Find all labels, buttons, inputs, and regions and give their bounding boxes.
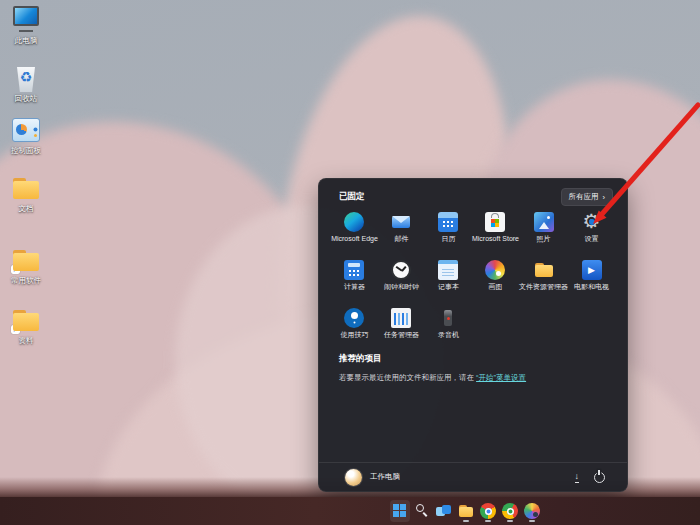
app-label: Microsoft Edge bbox=[331, 235, 378, 242]
taskbar-button-chrome[interactable] bbox=[478, 500, 498, 522]
photos-icon bbox=[534, 212, 554, 232]
desktop-icon-label: 控制面板 bbox=[0, 147, 52, 156]
edge-icon bbox=[344, 212, 364, 232]
desktop-icon-control-panel[interactable]: 控制面板 bbox=[0, 114, 52, 156]
all-apps-label: 所有应用 bbox=[569, 192, 599, 202]
app-tile-calendar[interactable]: 日历 bbox=[425, 210, 472, 258]
calc-icon bbox=[344, 260, 364, 280]
download-icon[interactable]: ↓ bbox=[575, 472, 580, 483]
desktop-icon-label: 文档 bbox=[0, 205, 52, 214]
pinned-header: 已固定 bbox=[339, 191, 365, 203]
taskbar-button-palette[interactable] bbox=[522, 500, 542, 522]
app-label: 记事本 bbox=[438, 283, 459, 290]
start-menu-settings-link[interactable]: “开始”菜单设置 bbox=[476, 373, 526, 382]
desktop-icon-label: 回收站 bbox=[0, 95, 52, 104]
start-menu-footer: 工作电脑 ↓ bbox=[319, 462, 627, 491]
app-tile-clock[interactable]: 闹钟和时钟 bbox=[378, 258, 425, 306]
app-tile-folder[interactable]: 文件资源管理器 bbox=[519, 258, 568, 306]
app-tile-calc[interactable]: 计算器 bbox=[331, 258, 378, 306]
notepad-icon bbox=[438, 260, 458, 280]
desktop-icon-folder[interactable]: ↗常用软件 bbox=[0, 244, 52, 286]
taskbar-button-folder[interactable] bbox=[456, 500, 476, 522]
app-label: 设置 bbox=[585, 235, 599, 242]
start-menu: 已固定 所有应用 › Microsoft Edge邮件日历Microsoft S… bbox=[318, 178, 628, 492]
desktop-icon-this-pc[interactable]: 此电脑 bbox=[0, 4, 52, 46]
folder-icon bbox=[534, 260, 554, 280]
store-icon bbox=[485, 212, 505, 232]
pinned-app-grid: Microsoft Edge邮件日历Microsoft Store照片设置计算器… bbox=[331, 210, 615, 354]
app-label: 文件资源管理器 bbox=[519, 283, 568, 290]
app-label: 录音机 bbox=[438, 331, 459, 338]
desktop-icon-folder[interactable]: 文档 bbox=[0, 172, 52, 214]
movies-icon bbox=[582, 260, 602, 280]
user-name[interactable]: 工作电脑 bbox=[370, 472, 400, 482]
tips-icon bbox=[344, 308, 364, 328]
taskbar-button-taskview[interactable] bbox=[434, 500, 454, 522]
mail-icon bbox=[391, 212, 411, 232]
shortcut-arrow-icon: ↗ bbox=[11, 265, 20, 274]
start-icon bbox=[392, 503, 408, 519]
app-label: 邮件 bbox=[394, 235, 408, 242]
search-icon bbox=[414, 503, 430, 519]
app-label: 照片 bbox=[537, 235, 551, 242]
shortcut-arrow-icon: ↗ bbox=[11, 325, 20, 334]
folder-icon bbox=[458, 503, 474, 519]
app-tile-photos[interactable]: 照片 bbox=[519, 210, 568, 258]
user-avatar[interactable] bbox=[345, 469, 362, 486]
app-tile-settings[interactable]: 设置 bbox=[568, 210, 615, 258]
all-apps-button[interactable]: 所有应用 › bbox=[561, 188, 614, 206]
taskbar-button-chrome2[interactable] bbox=[500, 500, 520, 522]
app-label: 任务管理器 bbox=[384, 331, 419, 338]
desktop-icon-recycle-bin[interactable]: 回收站 bbox=[0, 62, 52, 104]
power-icon[interactable] bbox=[594, 472, 605, 483]
taskbar-button-start[interactable] bbox=[390, 500, 410, 522]
app-label: 日历 bbox=[441, 235, 455, 242]
running-indicator bbox=[529, 520, 535, 522]
recycle-bin-icon bbox=[10, 62, 42, 94]
footer-actions: ↓ bbox=[575, 472, 606, 483]
recommended-text-static: 若要显示最近使用的文件和新应用，请在 bbox=[339, 373, 476, 382]
settings-icon bbox=[582, 212, 602, 232]
app-tile-edge[interactable]: Microsoft Edge bbox=[331, 210, 378, 258]
app-tile-notepad[interactable]: 记事本 bbox=[425, 258, 472, 306]
running-indicator bbox=[463, 520, 469, 522]
app-tile-movies[interactable]: 电影和电视 bbox=[568, 258, 615, 306]
chrome-icon bbox=[480, 503, 496, 519]
desktop-icon-label: 资料 bbox=[0, 337, 52, 346]
running-indicator bbox=[485, 520, 491, 522]
app-label: 画图 bbox=[488, 283, 502, 290]
taskbar-button-search[interactable] bbox=[412, 500, 432, 522]
calendar-icon bbox=[438, 212, 458, 232]
this-pc-icon bbox=[10, 4, 42, 36]
taskbar bbox=[0, 497, 700, 525]
app-label: 闹钟和时钟 bbox=[384, 283, 419, 290]
recommended-text: 若要显示最近使用的文件和新应用，请在 “开始”菜单设置 bbox=[339, 373, 617, 383]
app-label: 电影和电视 bbox=[574, 283, 609, 290]
app-tile-mail[interactable]: 邮件 bbox=[378, 210, 425, 258]
app-label: 使用技巧 bbox=[340, 331, 368, 338]
taskbar-icon-list bbox=[390, 497, 542, 525]
desktop-icon-folder[interactable]: ↗资料 bbox=[0, 304, 52, 346]
recommended-header: 推荐的项目 bbox=[339, 353, 382, 365]
app-tile-store[interactable]: Microsoft Store bbox=[472, 210, 519, 258]
app-tile-tips[interactable]: 使用技巧 bbox=[331, 306, 378, 354]
clock-icon bbox=[391, 260, 411, 280]
app-tile-recorder[interactable]: 录音机 bbox=[425, 306, 472, 354]
taskmgr-icon bbox=[391, 308, 411, 328]
palette-icon bbox=[524, 503, 540, 519]
app-label: 计算器 bbox=[344, 283, 365, 290]
taskview-icon bbox=[436, 503, 452, 519]
app-tile-taskmgr[interactable]: 任务管理器 bbox=[378, 306, 425, 354]
folder-icon: ↗ bbox=[10, 244, 42, 276]
desktop-icon-label: 常用软件 bbox=[0, 277, 52, 286]
app-tile-paint[interactable]: 画图 bbox=[472, 258, 519, 306]
running-indicator bbox=[507, 520, 513, 522]
chevron-right-icon: › bbox=[603, 193, 606, 202]
folder-icon: ↗ bbox=[10, 304, 42, 336]
control-panel-icon bbox=[10, 114, 42, 146]
chrome2-icon bbox=[502, 503, 518, 519]
desktop-icon-label: 此电脑 bbox=[0, 37, 52, 46]
app-label: Microsoft Store bbox=[472, 235, 519, 242]
paint-icon bbox=[485, 260, 505, 280]
folder-icon bbox=[10, 172, 42, 204]
